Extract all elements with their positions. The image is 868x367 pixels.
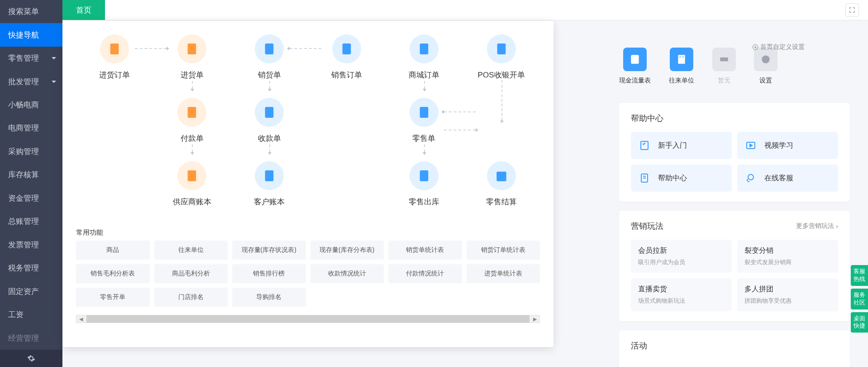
sidebar-item-quicknav[interactable]: 快捷导航 — [0, 23, 62, 46]
common-btn[interactable]: 销货订单统计表 — [467, 241, 540, 260]
common-btn[interactable]: 现存量(库存分布表) — [310, 241, 384, 260]
sidebar-settings[interactable] — [0, 350, 62, 367]
sidebar-item-purchase[interactable]: 采购管理 — [0, 140, 62, 163]
common-btn[interactable]: 导购排名 — [232, 288, 306, 307]
common-btn[interactable]: 销售排行榜 — [232, 264, 306, 283]
flow-retail-slip[interactable]: ¥零售单 — [385, 93, 463, 157]
mk-title: 直播卖货 — [638, 285, 725, 294]
horizontal-scrollbar[interactable]: ◀ ▶ — [76, 315, 540, 323]
sidebar-item-label: 采购管理 — [8, 146, 39, 157]
custom-settings-link[interactable]: 首页自定义设置 — [752, 43, 805, 51]
tab-home[interactable]: 首页 — [62, 0, 105, 20]
flow-receipt-slip[interactable]: ¥收款单 — [231, 93, 308, 157]
sidebar-item-label: 资金管理 — [8, 193, 39, 203]
flow-pos-order[interactable]: POS收银开单 — [463, 30, 540, 93]
activity-card: 活动 — [619, 330, 850, 367]
sidebar: 搜索菜单 快捷导航 零售管理 批发管理 小畅电商 电商管理 采购管理 库存核算 … — [0, 0, 62, 367]
common-btn[interactable]: 零售开单 — [76, 288, 150, 307]
float-hotline[interactable]: 客服热线 — [851, 265, 868, 286]
fullscreen-button[interactable] — [845, 3, 859, 17]
common-btn[interactable]: 销售毛利分析表 — [76, 264, 150, 283]
common-btn[interactable]: 商品毛利分析 — [154, 264, 228, 283]
shortcut-settings[interactable]: 设置 — [754, 48, 777, 85]
svg-rect-21 — [497, 43, 506, 54]
flow-customer-ledger[interactable]: 客户账本 — [231, 157, 308, 220]
svg-text:¥: ¥ — [267, 108, 272, 116]
flow-mall-order[interactable]: 商城订单 — [385, 30, 463, 93]
sidebar-item-search[interactable]: 搜索菜单 — [0, 0, 62, 23]
supplier-icon: 供 — [177, 161, 206, 190]
mk-sub: 场景式购物新玩法 — [638, 297, 725, 305]
svg-point-12 — [748, 174, 754, 180]
chevron-down-icon — [52, 57, 56, 59]
shortcut-label: 暂无 — [718, 77, 730, 85]
scroll-track[interactable] — [86, 315, 529, 323]
float-community[interactable]: 服务社区 — [851, 289, 868, 309]
help-label: 新手入门 — [658, 141, 687, 150]
scroll-right-icon[interactable]: ▶ — [530, 315, 539, 323]
flow-sales-order[interactable]: 销售订单 — [308, 30, 385, 93]
document-out-icon — [177, 34, 206, 63]
marketing-more-link[interactable]: 更多营销玩法 › — [796, 222, 838, 230]
sidebar-item-tax[interactable]: 税务管理 — [0, 256, 62, 280]
mk-distribution[interactable]: 裂变分销裂变式发展分销商 — [737, 240, 838, 273]
help-center[interactable]: 帮助中心 — [631, 164, 732, 192]
sidebar-item-label: 发票管理 — [8, 240, 39, 250]
sidebar-item-retail[interactable]: 零售管理 — [0, 47, 62, 70]
common-btn[interactable]: 进货单统计表 — [467, 264, 540, 283]
float-desktop[interactable]: 桌面快捷 — [851, 312, 868, 333]
mk-live[interactable]: 直播卖货场景式购物新玩法 — [631, 278, 732, 311]
flow-retail-outbound[interactable]: 零售出库 — [385, 157, 463, 220]
svg-rect-1 — [631, 55, 639, 64]
common-btn[interactable]: 收款情况统计 — [310, 264, 384, 283]
shortcut-empty[interactable]: 暂无 — [712, 48, 736, 85]
sidebar-item-ledger[interactable]: 总账管理 — [0, 210, 62, 233]
common-btn[interactable]: 门店排名 — [154, 288, 228, 307]
common-btn[interactable]: 销货单统计表 — [388, 241, 462, 260]
help-newbie[interactable]: 新手入门 — [631, 132, 732, 159]
common-btn[interactable]: 现存量(库存状况表) — [232, 241, 306, 260]
money-icon: ¥ — [255, 98, 284, 127]
document-icon — [623, 48, 647, 71]
common-btn[interactable]: 付款情况统计 — [388, 264, 462, 283]
flow-retail-settlement[interactable]: ¥零售结算 — [463, 157, 540, 220]
common-btn[interactable]: 商品 — [76, 241, 150, 260]
sidebar-item-label: 工资 — [8, 309, 24, 320]
gear-icon — [752, 44, 758, 50]
sidebar-item-label: 库存核算 — [8, 169, 39, 180]
sidebar-item-ecomm1[interactable]: 小畅电商 — [0, 93, 62, 116]
building-icon — [670, 48, 693, 71]
sidebar-item-funds[interactable]: 资金管理 — [0, 187, 62, 210]
sidebar-item-salary[interactable]: 工资 — [0, 303, 62, 326]
sidebar-item-label: 总账管理 — [8, 216, 39, 227]
help-title: 帮助中心 — [631, 113, 663, 124]
mk-groupbuy[interactable]: 多人拼团拼团购物享受优惠 — [737, 278, 838, 311]
sidebar-item-inventory[interactable]: 库存核算 — [0, 163, 62, 186]
quicknav-popover: 进货订单 进货单 销货单 销售订单 商城订单 POS收银开单 ¥付款单 — [62, 21, 553, 347]
flow-payment-slip[interactable]: ¥付款单 — [153, 93, 231, 157]
flow-purchase-order[interactable]: 进货订单 — [76, 30, 153, 93]
flow-sales-slip[interactable]: 销货单 — [231, 30, 308, 93]
shortcut-partners[interactable]: 往来单位 — [669, 48, 694, 85]
flow-supplier-ledger[interactable]: 供供应商账本 — [153, 157, 231, 220]
sidebar-item-label: 税务管理 — [8, 263, 39, 273]
shortcut-cashflow[interactable]: 现金流量表 — [619, 48, 651, 85]
svg-text:供: 供 — [189, 173, 195, 179]
common-btn[interactable]: 往来单位 — [154, 241, 228, 260]
help-video[interactable]: 视频学习 — [737, 132, 838, 159]
help-support[interactable]: 在线客服 — [737, 164, 838, 192]
mk-member[interactable]: 会员拉新吸引用户成为会员 — [631, 240, 732, 273]
sidebar-item-ecomm2[interactable]: 电商管理 — [0, 116, 62, 140]
sidebar-item-assets[interactable]: 固定资产 — [0, 280, 62, 303]
sidebar-item-invoice[interactable]: 发票管理 — [0, 233, 62, 256]
sidebar-item-label: 小畅电商 — [8, 100, 39, 110]
money-icon: ¥ — [410, 98, 439, 127]
sidebar-item-label: 快捷导航 — [8, 30, 39, 40]
sidebar-item-wholesale[interactable]: 批发管理 — [0, 70, 62, 93]
flow-purchase-slip[interactable]: 进货单 — [153, 30, 231, 93]
mk-title: 多人拼团 — [744, 285, 831, 294]
scroll-left-icon[interactable]: ◀ — [76, 315, 86, 323]
mk-title: 裂变分销 — [744, 246, 831, 256]
help-label: 帮助中心 — [658, 174, 687, 183]
sidebar-item-operation[interactable]: 经营管理 — [0, 326, 62, 349]
